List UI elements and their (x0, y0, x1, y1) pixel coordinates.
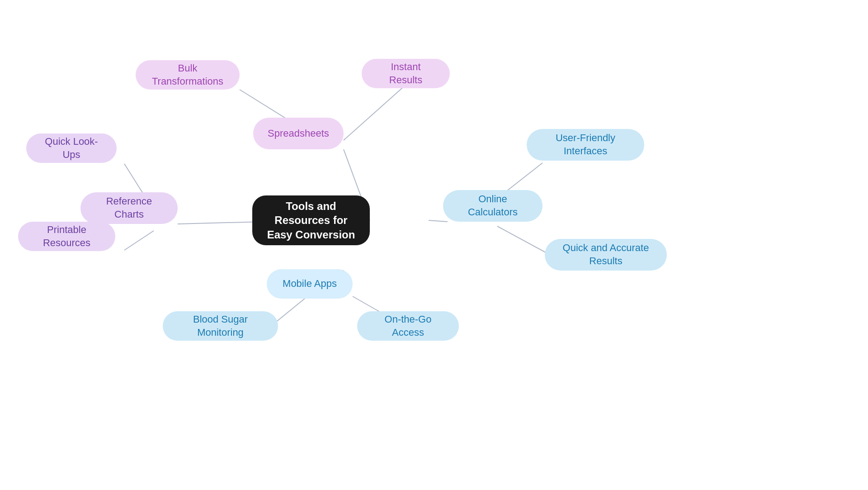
quick-accurate-results-node: Quick and Accurate Results (545, 239, 667, 271)
svg-line-2 (344, 85, 406, 140)
reference-charts-node: Reference Charts (80, 192, 178, 224)
svg-line-5 (124, 231, 154, 250)
spreadsheets-node: Spreadsheets (253, 118, 344, 149)
svg-line-10 (276, 296, 307, 322)
svg-line-8 (497, 226, 552, 256)
on-the-go-access-node: On-the-Go Access (357, 311, 459, 341)
online-calculators-node: Online Calculators (443, 190, 542, 222)
instant-results-node: Instant Results (362, 59, 450, 88)
bulk-transformations-node: Bulk Transformations (136, 60, 240, 90)
printable-resources-node: Printable Resources (18, 222, 115, 251)
quick-lookups-node: Quick Look-Ups (26, 133, 117, 163)
user-friendly-interfaces-node: User-Friendly Interfaces (527, 129, 644, 161)
svg-line-6 (429, 220, 448, 222)
mobile-apps-node: Mobile Apps (267, 269, 353, 299)
center-node: Tools and Resources for Easy Conversion (252, 195, 370, 245)
blood-sugar-monitoring-node: Blood Sugar Monitoring (163, 311, 278, 341)
